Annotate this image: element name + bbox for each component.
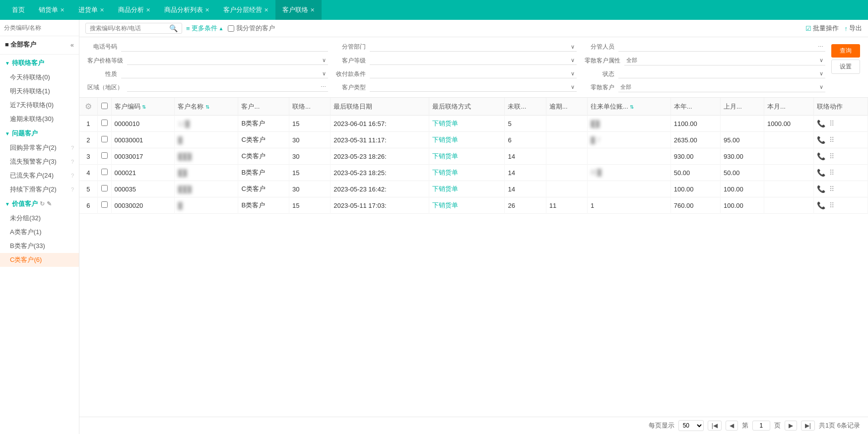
sidebar-collapse-icon[interactable]: « <box>70 41 74 49</box>
row-checkbox[interactable] <box>101 185 108 191</box>
sidebar-all-customers-header[interactable]: ■ 全部客户 « <box>0 36 79 53</box>
batch-operation-button[interactable]: ☑ 批量操作 <box>805 24 839 33</box>
call-icon[interactable]: 📞 <box>817 120 825 127</box>
sidebar-item-declining[interactable]: 持续下滑客户(2) ? <box>0 183 79 196</box>
row-checkbox[interactable] <box>101 201 108 208</box>
nav-close-product-analysis-list[interactable]: ✕ <box>205 7 209 13</box>
cell-this-year: 760.00 <box>670 197 720 214</box>
customer-type-select[interactable]: ∨ <box>370 83 577 92</box>
retail-attr-select[interactable]: 全部 ∨ <box>624 56 825 65</box>
nav-home[interactable]: 首页 <box>5 0 32 20</box>
sort-icon-code[interactable]: ⇅ <box>142 104 146 110</box>
prev-page-button[interactable]: ◀ <box>726 421 738 431</box>
col-header-last-date: 最后联络日期 <box>331 98 429 116</box>
sidebar-item-ungrouped[interactable]: 未分组(32) <box>0 211 79 225</box>
nav-customer-tiering[interactable]: 客户分层经营 ✕ <box>216 0 275 20</box>
last-method-link[interactable]: 下销货单 <box>432 136 458 143</box>
sidebar-group-problem-customers[interactable]: ▼ 问题客户 <box>0 126 79 141</box>
phone-input[interactable] <box>121 42 328 52</box>
manager-select[interactable]: ⋯ <box>618 43 825 52</box>
nav-product-analysis[interactable]: 商品分析 ✕ <box>111 0 157 20</box>
my-customers-checkbox-label[interactable]: 我分管的客户 <box>228 24 275 33</box>
page-input[interactable] <box>752 421 770 431</box>
row-checkbox[interactable] <box>101 169 108 175</box>
more-action-icon[interactable]: ⠿ <box>829 120 834 127</box>
last-method-link[interactable]: 下销货单 <box>432 185 458 192</box>
sidebar-item-today-pending[interactable]: 今天待联络(0) <box>0 70 79 84</box>
sidebar-item-class-b[interactable]: B类客户(33) <box>0 239 79 253</box>
sidebar-item-tomorrow-pending[interactable]: 明天待联络(1) <box>0 84 79 98</box>
row-checkbox[interactable] <box>101 120 108 126</box>
row-checkbox[interactable] <box>101 152 108 159</box>
cell-check <box>97 148 111 165</box>
my-customers-checkbox[interactable] <box>228 25 234 32</box>
sort-icon-history[interactable]: ⇅ <box>630 104 634 110</box>
main-search-input[interactable] <box>90 25 169 32</box>
more-action-icon[interactable]: ⠿ <box>829 152 834 160</box>
more-action-icon[interactable]: ⠿ <box>829 136 834 144</box>
nav-close-customer-contact[interactable]: ✕ <box>310 7 315 13</box>
per-page-select[interactable]: 50 20 100 <box>678 420 704 431</box>
set-button[interactable]: 设置 <box>831 60 860 74</box>
sidebar-item-week-pending[interactable]: 近7天待联络(0) <box>0 98 79 112</box>
customer-grade-select[interactable]: ∨ <box>370 56 577 65</box>
column-settings-icon[interactable]: ⚙ <box>85 102 92 111</box>
refresh-icon[interactable]: ↻ <box>40 200 45 207</box>
sidebar-item-repurchase-abnormal[interactable]: 回购异常客户(2) ? <box>0 141 79 155</box>
dept-select[interactable]: ∨ <box>370 43 577 52</box>
sidebar-item-churn-warning[interactable]: 流失预警客户(3) ? <box>0 155 79 169</box>
nav-purchase-order[interactable]: 进货单 ✕ <box>71 0 111 20</box>
status-label: 状态 <box>585 70 614 78</box>
sidebar-item-class-c[interactable]: C类客户(6) <box>0 253 79 267</box>
call-icon[interactable]: 📞 <box>817 185 825 193</box>
next-page-button[interactable]: ▶ <box>785 421 797 431</box>
last-method-link[interactable]: 下销货单 <box>432 120 458 127</box>
call-icon[interactable]: 📞 <box>817 169 825 177</box>
more-action-icon[interactable]: ⠿ <box>829 169 834 177</box>
call-icon[interactable]: 📞 <box>817 136 825 144</box>
query-button[interactable]: 查询 <box>831 44 860 58</box>
call-icon[interactable]: 📞 <box>817 201 825 209</box>
payment-terms-select[interactable]: ∨ <box>370 69 577 78</box>
status-select[interactable]: ∨ <box>618 69 825 78</box>
last-method-link[interactable]: 下销货单 <box>432 201 458 209</box>
nature-select[interactable]: ∨ <box>121 69 328 78</box>
sort-icon-name[interactable]: ⇅ <box>205 104 209 110</box>
sidebar-search-input[interactable] <box>4 24 78 31</box>
sidebar-group-value-customers[interactable]: ▼ 价值客户 ↻ ✎ <box>0 196 79 211</box>
last-page-button[interactable]: ▶| <box>801 421 815 431</box>
nav-close-purchase-order[interactable]: ✕ <box>100 7 104 13</box>
edit-icon[interactable]: ✎ <box>47 200 52 207</box>
help-icon-3: ? <box>71 173 74 179</box>
sidebar-item-class-a[interactable]: A类客户(1) <box>0 225 79 239</box>
more-action-icon[interactable]: ⠿ <box>829 201 834 209</box>
cell-last-date: 2023-05-23 18:25: <box>331 165 429 181</box>
col-header-code: 客户编码 ⇅ <box>111 98 175 116</box>
more-filter-button[interactable]: ≡ 更多条件 ▲ <box>186 24 224 33</box>
nav-close-product-analysis[interactable]: ✕ <box>146 7 150 13</box>
retail-customer-select[interactable]: 全部 ∨ <box>618 82 825 92</box>
first-page-button[interactable]: |◀ <box>708 421 722 431</box>
cell-last-month <box>720 116 764 132</box>
nav-customer-contact[interactable]: 客户联络 ✕ <box>275 0 322 20</box>
nav-sales-order[interactable]: 销货单 ✕ <box>32 0 71 20</box>
sidebar-item-churned[interactable]: 已流失客户(24) ? <box>0 169 79 183</box>
more-action-icon[interactable]: ⠿ <box>829 185 834 193</box>
nav-close-sales-order[interactable]: ✕ <box>60 7 65 13</box>
call-icon[interactable]: 📞 <box>817 152 825 160</box>
price-level-select[interactable]: ∨ <box>127 56 328 65</box>
region-select[interactable]: ⋯ <box>127 83 328 92</box>
help-icon-4: ? <box>71 186 74 192</box>
main-search-icon[interactable]: 🔍 <box>169 24 178 32</box>
row-checkbox[interactable] <box>101 136 108 142</box>
sidebar-item-overdue-contact[interactable]: 逾期未联络(30) <box>0 112 79 126</box>
last-method-link[interactable]: 下销货单 <box>432 152 458 160</box>
table-body: 1 0000010 12█ B类客户 15 2023-06-01 16:57: … <box>79 116 868 214</box>
col-header-number: ⚙ <box>79 98 97 116</box>
nav-product-analysis-list[interactable]: 商品分析列表 ✕ <box>157 0 216 20</box>
select-all-checkbox[interactable] <box>101 103 108 109</box>
nav-close-customer-tiering[interactable]: ✕ <box>264 7 268 13</box>
export-button[interactable]: ↑ 导出 <box>845 24 863 33</box>
last-method-link[interactable]: 下销货单 <box>432 169 458 176</box>
sidebar-group-pending-contact[interactable]: ▼ 待联络客户 <box>0 56 79 70</box>
